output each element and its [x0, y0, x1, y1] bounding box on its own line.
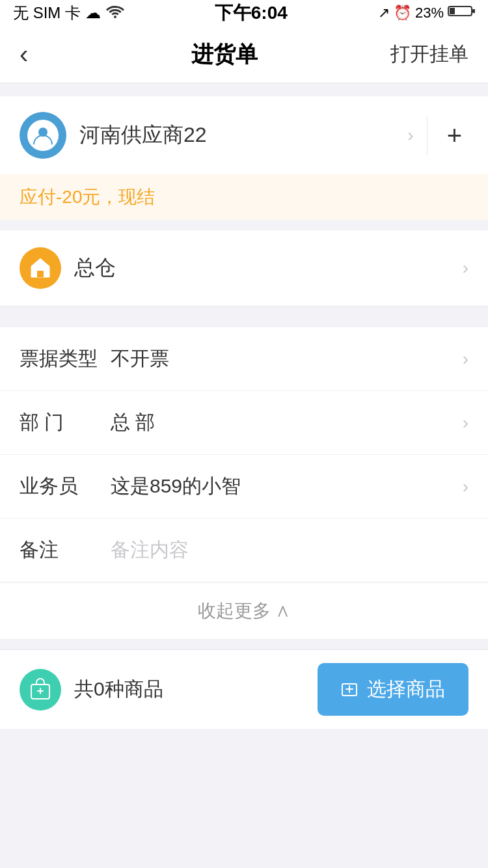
invoice-type-label: 票据类型 — [20, 346, 111, 372]
remarks-label: 备注 — [20, 537, 111, 563]
wifi-icon — [106, 4, 124, 22]
salesperson-chevron-icon: › — [463, 476, 468, 497]
nav-bar: ‹ 进货单 打开挂单 — [0, 26, 488, 83]
supplier-row[interactable]: 河南供应商22 › + — [0, 96, 488, 174]
supplier-section: 河南供应商22 › + 应付-20元，现结 — [0, 96, 488, 220]
status-time: 下午6:04 — [215, 1, 288, 25]
warehouse-chevron-icon: › — [463, 258, 468, 278]
remarks-row[interactable]: 备注 备注内容 — [0, 519, 488, 582]
status-bar: 无 SIM 卡 ☁ 下午6:04 ↗ ⏰ 23% — [0, 0, 488, 26]
alarm-icon: ⏰ — [394, 5, 411, 21]
section-gap-1 — [0, 83, 488, 96]
sim-signal: 无 SIM 卡 ☁ — [13, 3, 101, 23]
department-chevron-icon: › — [463, 413, 468, 433]
page-title: 进货单 — [191, 40, 258, 70]
avatar-inner — [27, 120, 59, 151]
invoice-type-row[interactable]: 票据类型 不开票 › — [0, 327, 488, 391]
warning-banner: 应付-20元，现结 — [0, 174, 488, 220]
collapse-label: 收起更多 ∧ — [198, 599, 291, 623]
form-section: 票据类型 不开票 › 部 门 总 部 › 业务员 这是859的小智 › 备注 备… — [0, 327, 488, 639]
svg-rect-2 — [472, 9, 475, 13]
supplier-avatar — [20, 112, 66, 159]
supplier-chevron-icon: › — [407, 125, 413, 146]
section-divider-1 — [0, 220, 488, 230]
salesperson-row[interactable]: 业务员 这是859的小智 › — [0, 455, 488, 519]
open-pending-button[interactable]: 打开挂单 — [390, 41, 468, 68]
select-product-label: 选择商品 — [367, 676, 445, 703]
department-value: 总 部 — [111, 409, 456, 436]
collapse-row[interactable]: 收起更多 ∧ — [0, 582, 488, 639]
vertical-divider — [427, 116, 427, 155]
svg-rect-4 — [37, 271, 44, 277]
battery-icon — [448, 5, 475, 21]
status-left: 无 SIM 卡 ☁ — [13, 3, 124, 23]
salesperson-label: 业务员 — [20, 473, 111, 500]
department-label: 部 门 — [20, 409, 111, 436]
invoice-chevron-icon: › — [463, 349, 468, 370]
warehouse-icon — [20, 247, 61, 289]
invoice-type-value: 不开票 — [111, 346, 456, 372]
remarks-input[interactable]: 备注内容 — [111, 537, 468, 563]
supplier-name: 河南供应商22 — [79, 121, 401, 150]
bottom-bar: 共0种商品 选择商品 — [0, 649, 488, 729]
add-supplier-button[interactable]: + — [441, 121, 468, 150]
warehouse-row[interactable]: 总仓 › — [0, 230, 488, 306]
status-right: ↗ ⏰ 23% — [378, 5, 475, 21]
department-row[interactable]: 部 门 总 部 › — [0, 391, 488, 455]
svg-rect-1 — [450, 8, 455, 14]
salesperson-value: 这是859的小智 — [111, 473, 456, 500]
product-icon — [20, 669, 61, 711]
warehouse-name: 总仓 — [74, 254, 456, 282]
select-product-button[interactable]: 选择商品 — [318, 663, 468, 716]
battery-level: 23% — [415, 5, 444, 21]
back-button[interactable]: ‹ — [20, 40, 59, 69]
section-divider-2 — [0, 306, 488, 317]
location-icon: ↗ — [378, 5, 390, 21]
product-count-label: 共0种商品 — [74, 676, 318, 703]
